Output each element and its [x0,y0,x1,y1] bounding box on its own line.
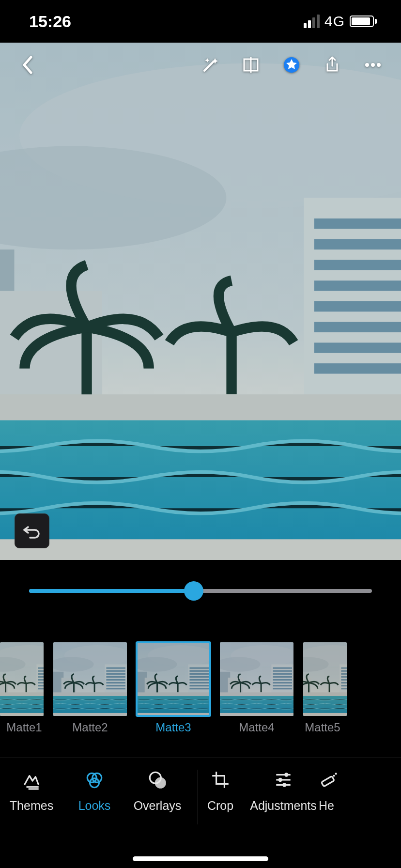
filter-matte5[interactable]: Matte5 [298,642,347,734]
svg-point-42 [278,778,282,782]
svg-rect-19 [0,43,401,560]
filter-thumb [303,642,347,716]
auto-enhance-button[interactable] [190,49,231,80]
tab-label: He [319,799,334,813]
tab-adjustments[interactable]: Adjustments [252,770,315,853]
filter-matte2[interactable]: Matte2 [48,642,132,734]
filter-label: Matte5 [298,721,347,734]
svg-point-25 [371,63,375,67]
tab-overlays[interactable]: Overlays [126,770,189,853]
tab-label: Overlays [134,799,182,813]
slider-thumb[interactable] [184,581,203,601]
svg-point-38 [155,777,166,789]
status-time: 15:26 [29,12,71,31]
tab-label: Adjustments [250,799,317,813]
network-label: 4G [324,13,345,30]
photo-canvas[interactable] [0,43,401,560]
bottom-tab-bar: ThemesLooksOverlaysCropAdjustmentsHe [0,758,401,853]
themes-icon [21,770,42,792]
adjustments-icon [273,770,293,792]
svg-point-24 [365,63,369,67]
intensity-slider[interactable] [29,581,372,601]
filter-thumb [53,642,127,716]
filter-label: Matte2 [48,721,132,734]
tab-label: Themes [10,799,53,813]
tab-heal[interactable]: He [315,770,344,853]
svg-rect-31 [303,642,347,716]
cellular-signal-icon [304,15,320,28]
tab-looks[interactable]: Looks [63,770,126,853]
filter-thumb [0,642,44,716]
compare-button[interactable] [231,49,271,80]
battery-icon [350,16,377,27]
svg-rect-28 [53,642,127,716]
filter-label: Matte3 [132,721,215,734]
tab-label: Looks [78,799,111,813]
svg-point-47 [335,773,337,775]
intensity-slider-row [0,560,401,622]
looks-icon [84,770,105,792]
back-button[interactable] [8,49,48,80]
tab-label: Crop [207,799,233,813]
overlays-icon [147,770,168,792]
svg-rect-29 [137,642,210,716]
status-right: 4G [304,13,377,30]
tab-crop[interactable]: Crop [189,770,252,853]
svg-rect-30 [220,642,293,716]
svg-point-26 [377,63,381,67]
svg-point-44 [282,783,286,787]
status-bar: 15:26 4G [0,0,401,43]
home-indicator [133,856,268,861]
heal-icon [319,770,339,792]
filter-label: Matte4 [215,721,298,734]
filter-matte1[interactable]: Matte1 [0,642,48,734]
undo-button[interactable] [15,513,49,548]
svg-point-40 [284,773,288,776]
svg-rect-45 [321,776,334,787]
filter-presets-row[interactable]: Matte1Matte2Matte3Matte4Matte5 [0,640,401,751]
crop-icon [210,770,231,792]
more-button[interactable] [353,49,393,80]
premium-button[interactable] [271,49,312,80]
filter-matte3[interactable]: Matte3 [132,642,215,734]
svg-point-46 [333,775,335,777]
tab-themes[interactable]: Themes [0,770,63,853]
editor-top-toolbar [0,49,401,80]
filter-matte4[interactable]: Matte4 [215,642,298,734]
svg-rect-21 [244,59,251,71]
filter-thumb [220,642,293,716]
filter-label: Matte1 [0,721,48,734]
svg-rect-27 [0,642,44,716]
share-button[interactable] [312,49,353,80]
filter-thumb [137,642,210,716]
